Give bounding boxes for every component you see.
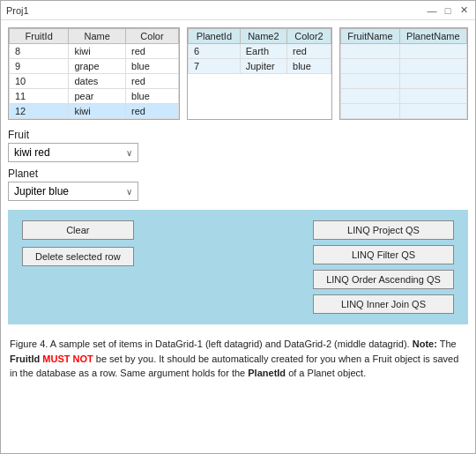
table-row: [341, 74, 467, 89]
caption-bold-start: The: [437, 339, 457, 349]
grid3-cell-empty: [341, 104, 400, 119]
linq-order-button[interactable]: LINQ Order Ascending QS: [313, 270, 454, 289]
grid3-col-planetname: PlanetName: [399, 29, 466, 44]
grid2-cell-id: 7: [189, 59, 241, 74]
fruit-value: kiwi red: [14, 146, 50, 159]
grid3-cell-empty: [399, 74, 466, 89]
table-row[interactable]: 11pearblue: [10, 89, 179, 104]
fruit-dropdown-arrow: ∨: [126, 148, 132, 158]
table-row: [341, 44, 467, 59]
window-title: Proj1: [6, 5, 29, 16]
fruit-label: Fruit: [8, 129, 468, 141]
grid1-cell-color: blue: [126, 59, 179, 74]
caption-must-not: MUST NOT: [40, 354, 93, 364]
grid1-cell-color: blue: [126, 89, 179, 104]
grid1-cell-name: kiwi: [69, 44, 126, 59]
close-button[interactable]: ✕: [457, 4, 470, 17]
grid3-header-row: FruitName PlanetName: [341, 29, 467, 44]
caption-note: Note:: [413, 339, 437, 349]
fruit-dropdown[interactable]: kiwi red ∨: [8, 143, 138, 162]
main-window: Proj1 — □ ✕ FruitId Name Color: [0, 0, 476, 454]
grid1-col-fruitid: FruitId: [10, 29, 69, 44]
grid3-cell-empty: [399, 104, 466, 119]
grid1-cell-id: 8: [10, 44, 69, 59]
planet-dropdown-arrow: ∨: [126, 187, 132, 197]
table-row[interactable]: 12kiwired: [10, 104, 179, 119]
grid3-cell-empty: [341, 89, 400, 104]
dropdowns-area: Fruit kiwi red ∨ Planet Jupiter blue ∨: [8, 129, 468, 201]
linq-project-button[interactable]: LINQ Project QS: [313, 220, 454, 240]
grid1-cell-color: red: [126, 104, 179, 119]
caption-text: Figure 4. A sample set of items in DataG…: [8, 333, 468, 384]
caption-prefix: Figure 4. A sample set of items in DataG…: [10, 339, 413, 349]
grid1-cell-color: red: [126, 74, 179, 89]
grid1-cell-id: 10: [10, 74, 69, 89]
action-panel: Clear Delete selected row LINQ Project Q…: [8, 210, 468, 324]
grid1-col-name: Name: [69, 29, 126, 44]
grid1-cell-id: 9: [10, 59, 69, 74]
table-row[interactable]: 8kiwired: [10, 44, 179, 59]
grid3-cell-empty: [399, 59, 466, 74]
datagrid1: FruitId Name Color 8kiwired9grapeblue10d…: [8, 27, 180, 120]
planet-label: Planet: [8, 167, 468, 180]
caption-planetid: PlanetId: [248, 368, 286, 378]
grid1-cell-name: dates: [69, 74, 126, 89]
grid1-cell-color: red: [126, 44, 179, 59]
grid2-col-name2: Name2: [240, 29, 286, 44]
grid3-cell-empty: [341, 74, 400, 89]
grid2-col-planetid: PlanetId: [189, 29, 241, 44]
main-content: FruitId Name Color 8kiwired9grapeblue10d…: [1, 20, 475, 391]
titlebar-controls: — □ ✕: [426, 4, 470, 17]
planet-dropdown[interactable]: Jupiter blue ∨: [8, 182, 138, 201]
linq-inner-button[interactable]: LINQ Inner Join QS: [313, 294, 454, 314]
datagrid3: FruitName PlanetName: [339, 27, 468, 120]
linq-filter-button[interactable]: LINQ Filter QS: [313, 245, 454, 264]
caption-end: of a Planet object.: [286, 368, 366, 378]
table-row: [341, 59, 467, 74]
grid1-cell-id: 11: [10, 89, 69, 104]
grid2-col-color2: Color2: [287, 29, 331, 44]
grid2-header-row: PlanetId Name2 Color2: [189, 29, 331, 44]
grid1-col-color: Color: [126, 29, 179, 44]
table-row[interactable]: 10datesred: [10, 74, 179, 89]
maximize-button[interactable]: □: [442, 4, 454, 17]
minimize-button[interactable]: —: [426, 4, 438, 17]
grid3-cell-empty: [341, 59, 400, 74]
table-row: [341, 89, 467, 104]
table-row: [341, 104, 467, 119]
planet-value: Jupiter blue: [14, 185, 69, 197]
action-right: LINQ Project QS LINQ Filter QS LINQ Orde…: [313, 220, 454, 314]
grid2-cell-id: 6: [189, 44, 241, 59]
grid2-cell-color: red: [287, 44, 331, 59]
grid1-cell-name: pear: [69, 89, 126, 104]
grid3-cell-empty: [341, 44, 400, 59]
grid2-cell-name: Jupiter: [240, 59, 286, 74]
table-row[interactable]: 9grapeblue: [10, 59, 179, 74]
grid3-col-fruitname: FruitName: [341, 29, 400, 44]
grid1-header-row: FruitId Name Color: [10, 29, 179, 44]
grid2-cell-color: blue: [287, 59, 331, 74]
grid1-cell-id: 12: [10, 104, 69, 119]
grid1-cell-name: kiwi: [69, 104, 126, 119]
table-row[interactable]: 7Jupiterblue: [189, 59, 331, 74]
clear-button[interactable]: Clear: [22, 220, 134, 240]
grid3-cell-empty: [399, 44, 466, 59]
titlebar: Proj1 — □ ✕: [1, 1, 475, 20]
delete-button[interactable]: Delete selected row: [22, 247, 134, 266]
caption-fruitid: FruitId: [10, 354, 40, 364]
grid1-cell-name: grape: [69, 59, 126, 74]
grids-row: FruitId Name Color 8kiwired9grapeblue10d…: [8, 27, 468, 120]
grid2-cell-name: Earth: [240, 44, 286, 59]
grid3-cell-empty: [399, 89, 466, 104]
action-left: Clear Delete selected row: [22, 220, 134, 266]
datagrid2: PlanetId Name2 Color2 6Earthred7Jupiterb…: [187, 27, 332, 120]
table-row[interactable]: 6Earthred: [189, 44, 331, 59]
